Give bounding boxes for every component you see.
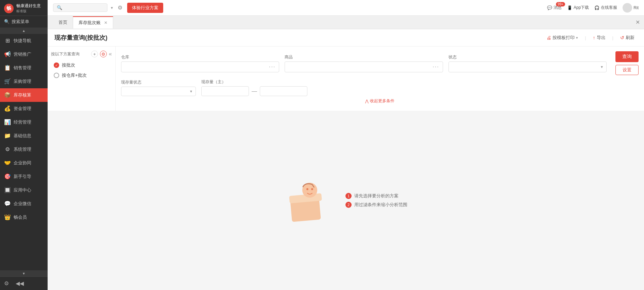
empty-content: 1 请先选择要分析的方案 2 用过滤条件来缩小分析范围 bbox=[284, 178, 407, 222]
inventory-status-select[interactable]: ▾ bbox=[121, 87, 196, 96]
topbar-search-input[interactable] bbox=[64, 5, 95, 10]
add-scheme-button[interactable]: + bbox=[91, 51, 98, 57]
collapse-label: 收起更多条件 bbox=[370, 98, 394, 104]
export-label: 导出 bbox=[597, 35, 606, 41]
username-label: Rit bbox=[633, 5, 639, 10]
system-icon: ⚙ bbox=[4, 146, 11, 153]
collapse-up-icon: ⋀ bbox=[365, 99, 369, 104]
product-input[interactable]: ··· bbox=[285, 61, 443, 72]
sidebar-item-marketing[interactable]: 📢 营销推广 bbox=[0, 48, 48, 61]
hint-num-2: 2 bbox=[345, 202, 352, 208]
newbie-label: 新手引导 bbox=[14, 174, 31, 180]
scheme-item-by-batch[interactable]: ✓ 按批次 bbox=[51, 60, 112, 70]
scheme-panel: 按以下方案查询 + ⚙ « ✓ 按批次 按仓库+批次 bbox=[48, 47, 116, 111]
empty-illustration-svg bbox=[284, 178, 328, 222]
scheme-by-batch-label: 按批次 bbox=[62, 62, 75, 68]
product-field: 商品 ··· bbox=[285, 54, 443, 72]
sidebar-item-basics[interactable]: 📁 基础信息 bbox=[0, 129, 48, 143]
tab-close-icon[interactable]: ✕ bbox=[104, 20, 107, 25]
member-label: 畅会员 bbox=[14, 214, 27, 220]
print-icon: 🖨 bbox=[546, 35, 551, 40]
user-profile-action[interactable]: Rit bbox=[623, 3, 639, 13]
member-icon: 👑 bbox=[4, 214, 11, 221]
sidebar-item-inventory[interactable]: 📦 库存核算 bbox=[0, 88, 48, 102]
newbie-icon: 🎯 bbox=[4, 173, 11, 180]
collapse-sidebar-icon[interactable]: ◀◀ bbox=[16, 280, 24, 287]
operations-label: 经营管理 bbox=[14, 119, 31, 125]
warehouse-field: 仓库 ··· bbox=[121, 54, 279, 72]
settings-scheme-button[interactable]: ⚙ bbox=[100, 51, 107, 57]
empty-hint-1: 1 请先选择要分析的方案 bbox=[345, 193, 407, 199]
apps-label: 应用中心 bbox=[14, 187, 31, 193]
app-download-action[interactable]: 📱 App下载 bbox=[567, 5, 589, 11]
page-header: 现存量查询(按批次) 🖨 按模板打印 ▾ | ↑ 导出 | ↺ 刷新 bbox=[48, 29, 644, 47]
sidebar-item-system[interactable]: ⚙ 系统管理 bbox=[0, 143, 48, 156]
messages-action[interactable]: 💬 消息 99+ bbox=[547, 5, 562, 11]
sidebar-scroll-up[interactable]: ▲ bbox=[0, 28, 48, 34]
inventory-qty-to-input[interactable] bbox=[260, 86, 307, 96]
refresh-label: 刷新 bbox=[626, 35, 634, 41]
topbar-chevron-icon[interactable]: ▾ bbox=[111, 5, 113, 10]
sidebar-item-enterprise[interactable]: 🤝 企业协同 bbox=[0, 156, 48, 170]
inventory-status-label: 现存量状态 bbox=[121, 79, 196, 85]
operations-icon: 📊 bbox=[4, 119, 11, 126]
status-input[interactable]: ▾ bbox=[448, 61, 607, 72]
edition-label: 标准版 bbox=[16, 9, 41, 14]
header-divider-2: | bbox=[612, 35, 613, 40]
empty-hint-2: 2 用过滤条件来缩小分析范围 bbox=[345, 202, 407, 208]
hint-text-2: 用过滤条件来缩小分析范围 bbox=[354, 202, 407, 208]
trial-button[interactable]: 体验行业方案 bbox=[127, 3, 163, 13]
sidebar-item-newbie[interactable]: 🎯 新手引导 bbox=[0, 170, 48, 183]
search-menu[interactable]: 🔍 搜索菜单 bbox=[0, 16, 48, 28]
topbar-search-box[interactable]: 🔍 bbox=[53, 3, 107, 12]
purchase-label: 采购管理 bbox=[14, 78, 31, 85]
topbar-gear-icon[interactable]: ⚙ bbox=[116, 3, 124, 12]
sidebar-item-apps[interactable]: 🔲 应用中心 bbox=[0, 183, 48, 197]
print-button[interactable]: 🖨 按模板打印 ▾ bbox=[544, 33, 581, 42]
wechat-label: 企业微信 bbox=[14, 201, 31, 207]
main-content: 🔍 ▾ ⚙ 体验行业方案 💬 消息 99+ 📱 App下载 🎧 在线客服 R bbox=[48, 0, 644, 290]
scheme-item-by-warehouse-batch[interactable]: 按仓库+批次 bbox=[51, 70, 112, 80]
app-download-label: App下载 bbox=[574, 5, 589, 11]
topbar-search-icon: 🔍 bbox=[57, 5, 62, 10]
online-service-action[interactable]: 🎧 在线客服 bbox=[594, 5, 617, 11]
apps-icon: 🔲 bbox=[4, 187, 11, 194]
export-button[interactable]: ↑ 导出 bbox=[590, 33, 608, 42]
purchase-icon: 🛒 bbox=[4, 78, 11, 85]
scheme-by-warehouse-label: 按仓库+批次 bbox=[62, 72, 87, 78]
company-info: 畅康通好生意 标准版 bbox=[16, 3, 41, 14]
tab-batch-account[interactable]: 库存批次账 ✕ bbox=[73, 16, 113, 29]
tab-panel-close-icon[interactable]: ✕ bbox=[635, 20, 640, 25]
warehouse-input[interactable]: ··· bbox=[121, 61, 279, 72]
tab-home[interactable]: 首页 bbox=[53, 17, 73, 28]
sidebar: 畅 畅康通好生意 标准版 🔍 搜索菜单 ▲ ⊞ 快捷导航 📢 营销推广 📋 销售… bbox=[0, 0, 48, 290]
sidebar-item-finance[interactable]: 💰 资金管理 bbox=[0, 102, 48, 115]
sidebar-item-quick-nav[interactable]: ⊞ 快捷导航 bbox=[0, 34, 48, 48]
sidebar-item-purchase[interactable]: 🛒 采购管理 bbox=[0, 75, 48, 88]
marketing-icon: 📢 bbox=[4, 51, 11, 58]
sidebar-item-wechat[interactable]: 💬 企业微信 bbox=[0, 197, 48, 211]
settings-button[interactable]: 设置 bbox=[615, 65, 639, 75]
query-button[interactable]: 查询 bbox=[615, 51, 639, 62]
scheme-panel-title-label: 按以下方案查询 bbox=[51, 51, 80, 57]
sidebar-item-sales[interactable]: 📋 销售管理 bbox=[0, 61, 48, 75]
message-icon: 💬 bbox=[547, 5, 552, 10]
settings-footer-icon[interactable]: ⚙ bbox=[4, 280, 9, 287]
sidebar-item-operations[interactable]: 📊 经营管理 bbox=[0, 115, 48, 129]
sidebar-scroll-down[interactable]: ▼ bbox=[0, 270, 48, 276]
header-divider-1: | bbox=[585, 35, 586, 40]
inventory-qty-from-input[interactable] bbox=[201, 86, 249, 96]
collapse-more-button[interactable]: ⋀ 收起更多条件 bbox=[121, 96, 639, 106]
warehouse-label: 仓库 bbox=[121, 54, 279, 60]
svg-point-4 bbox=[311, 188, 313, 190]
status-field: 状态 ▾ bbox=[448, 54, 607, 72]
svg-point-3 bbox=[306, 188, 308, 190]
collapse-scheme-icon[interactable]: « bbox=[109, 51, 112, 57]
refresh-icon: ↺ bbox=[620, 35, 624, 40]
wechat-icon: 💬 bbox=[4, 200, 11, 207]
basics-icon: 📁 bbox=[4, 132, 11, 139]
quick-nav-icon: ⊞ bbox=[4, 37, 11, 44]
messages-badge: 99+ bbox=[556, 2, 565, 6]
sidebar-item-member[interactable]: 👑 畅会员 bbox=[0, 211, 48, 224]
refresh-button[interactable]: ↺ 刷新 bbox=[617, 33, 637, 42]
